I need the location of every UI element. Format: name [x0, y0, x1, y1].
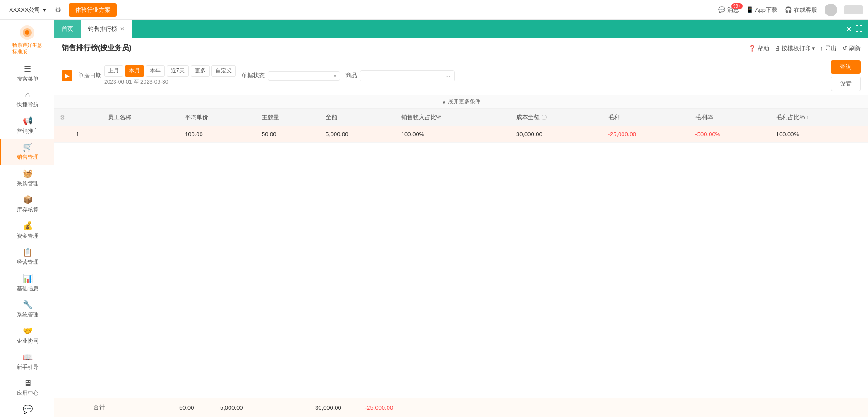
- sidebar-item-capital[interactable]: 💰 资金管理: [0, 217, 54, 244]
- sidebar-item-system[interactable]: 🔧 系统管理: [0, 296, 54, 322]
- goods-input[interactable]: [364, 72, 446, 79]
- date-filter-label: 单据日期: [78, 72, 101, 80]
- sidebar-label-search: 搜索菜单: [17, 75, 38, 83]
- col-amount: 全额: [320, 109, 396, 126]
- sidebar-label-appstore: 应用中心: [17, 389, 38, 397]
- sidebar: 畅康通好生意标准版 ☰ 搜索菜单 ⌂ 快捷导航 📢 营销推广 🛒 销售管理 🧺 …: [0, 20, 54, 417]
- sidebar-item-quick-nav[interactable]: ⌂ 快捷导航: [0, 86, 54, 112]
- col-gross-pct: 毛利占比% ↕: [771, 109, 868, 126]
- col-gross: 毛利: [603, 109, 690, 126]
- tab-sales-rank[interactable]: 销售排行榜 ✕: [81, 20, 132, 38]
- date-btn-prev-month[interactable]: 上月: [104, 65, 123, 77]
- date-btn-this-month[interactable]: 本月: [125, 65, 144, 77]
- basic-icon: 📊: [23, 273, 33, 283]
- sidebar-items: ☰ 搜索菜单 ⌂ 快捷导航 📢 营销推广 🛒 销售管理 🧺 采购管理 📦 库存核…: [0, 60, 54, 417]
- tab-home-label: 首页: [62, 25, 73, 33]
- row-gross: -25,000.00: [603, 126, 690, 143]
- row-amount: 5,000.00: [320, 126, 396, 143]
- search-icon: ☰: [24, 64, 31, 74]
- content-area: 首页 销售排行榜 ✕ ✕ ⛶ 销售排行榜(按业务员) ❓ 帮助: [54, 20, 868, 417]
- sidebar-item-purchase[interactable]: 🧺 采购管理: [0, 165, 54, 191]
- table-footer: 合计 50.00 5,000.00 30,000.00 -25,000.00: [54, 398, 868, 417]
- online-service-button[interactable]: 🎧 在线客服: [785, 6, 817, 14]
- sidebar-item-enterprise[interactable]: 🤝 企业协同: [0, 322, 54, 349]
- col-employee: 员工名称: [102, 109, 179, 126]
- row-gross-pct: 100.00%: [771, 126, 868, 143]
- cost-info-icon[interactable]: ⓘ: [542, 115, 547, 120]
- table-container: ⚙ 员工名称 平均单价 主数量 全额 销售收入占比% 成本全额 ⓘ 毛利 毛利率…: [54, 109, 868, 398]
- sidebar-item-sales[interactable]: 🛒 销售管理: [0, 139, 54, 165]
- goods-more-icon[interactable]: ···: [446, 72, 451, 79]
- main-layout: 畅康通好生意标准版 ☰ 搜索菜单 ⌂ 快捷导航 📢 营销推广 🛒 销售管理 🧺 …: [0, 20, 868, 417]
- sidebar-label-marketing: 营销推广: [17, 127, 38, 135]
- sidebar-item-marketing[interactable]: 📢 营销推广: [0, 112, 54, 139]
- logo-name: 畅康通好生意标准版: [12, 42, 42, 55]
- settings-button[interactable]: ⚙: [52, 4, 64, 16]
- col-qty: 主数量: [256, 109, 320, 126]
- query-button[interactable]: 查询: [831, 60, 861, 74]
- col-sales-pct: 销售收入占比%: [396, 109, 511, 126]
- logo-icon: [19, 24, 35, 41]
- headset-icon: 🎧: [785, 6, 792, 13]
- date-btn-this-year[interactable]: 本年: [146, 65, 165, 77]
- message-icon: 💬: [718, 6, 725, 13]
- footer-total-label: 合计: [88, 402, 133, 413]
- tab-close-window-icon[interactable]: ✕: [846, 25, 852, 34]
- print-dropdown-icon: ▾: [812, 45, 815, 52]
- avatar[interactable]: [825, 4, 837, 16]
- chevron-down-icon: ▾: [43, 6, 46, 13]
- trial-button[interactable]: 体验行业方案: [69, 3, 117, 17]
- company-selector[interactable]: XXXXX公司 ▾: [5, 4, 50, 16]
- sidebar-logo: 畅康通好生意标准版: [0, 20, 54, 60]
- sidebar-item-guide[interactable]: 📖 新手引导: [0, 349, 54, 375]
- sidebar-label-system: 系统管理: [17, 311, 38, 319]
- sidebar-label-purchase: 采购管理: [17, 180, 38, 187]
- gear-icon: ⚙: [55, 5, 61, 14]
- row-settings: [54, 126, 71, 143]
- table-row: 1 100.00 50.00 5,000.00 100.00% 30,000.0…: [54, 126, 868, 143]
- sidebar-item-wechat[interactable]: 💬 企业微信: [0, 401, 54, 417]
- filter-toggle-button[interactable]: ▶: [62, 70, 72, 81]
- app-download-button[interactable]: 📱 App下载: [746, 6, 777, 14]
- sidebar-item-basic[interactable]: 📊 基础信息: [0, 270, 54, 296]
- export-label: 导出: [825, 44, 837, 53]
- tab-sales-rank-label: 销售排行榜: [88, 25, 117, 33]
- refresh-button[interactable]: ↺ 刷新: [842, 44, 861, 53]
- top-bar: XXXXX公司 ▾ ⚙ 体验行业方案 💬 消息 99+ 📱 App下载 🎧 在线…: [0, 0, 868, 20]
- col-settings[interactable]: ⚙: [54, 109, 71, 126]
- print-icon: 🖨: [775, 45, 781, 52]
- print-label: 按模板打印: [782, 44, 811, 53]
- sidebar-item-appstore[interactable]: 🖥 应用中心: [0, 375, 54, 401]
- date-btn-custom[interactable]: 自定义: [211, 65, 236, 77]
- sidebar-label-guide: 新手引导: [17, 364, 38, 371]
- sidebar-item-inventory[interactable]: 📦 库存核算: [0, 191, 54, 217]
- expand-more-button[interactable]: ∨ 展开更多条件: [442, 98, 480, 105]
- gross-pct-sort-icon[interactable]: ↕: [806, 115, 809, 120]
- operation-icon: 📋: [23, 247, 33, 257]
- goods-filter-label: 商品: [345, 72, 357, 80]
- online-service-label: 在线客服: [794, 6, 817, 14]
- tab-home[interactable]: 首页: [54, 20, 81, 38]
- chevron-down-expand-icon: ∨: [442, 99, 446, 105]
- sidebar-item-operation[interactable]: 📋 经营管理: [0, 244, 54, 270]
- tab-expand-icon[interactable]: ⛶: [855, 25, 863, 33]
- set-button[interactable]: 设置: [831, 77, 861, 91]
- sidebar-label-operation: 经营管理: [17, 259, 38, 266]
- help-button[interactable]: ❓ 帮助: [748, 44, 769, 53]
- message-button[interactable]: 💬 消息 99+: [718, 6, 739, 14]
- page-header: 销售排行榜(按业务员) ❓ 帮助 🖨 按模板打印 ▾ ↑ 导出: [54, 38, 868, 57]
- tab-close-icon[interactable]: ✕: [120, 26, 125, 32]
- col-cost: 成本全额 ⓘ: [511, 109, 603, 126]
- date-btn-7days[interactable]: 近7天: [167, 65, 189, 77]
- expand-label: 展开更多条件: [448, 98, 480, 105]
- col-rank: [71, 109, 102, 126]
- status-select[interactable]: ▾: [268, 71, 340, 81]
- sidebar-label-sales: 销售管理: [17, 153, 38, 161]
- row-avg-price: 100.00: [179, 126, 256, 143]
- message-badge: 99+: [731, 3, 743, 9]
- print-button[interactable]: 🖨 按模板打印 ▾: [775, 44, 815, 53]
- export-button[interactable]: ↑ 导出: [820, 44, 837, 53]
- sidebar-item-search[interactable]: ☰ 搜索菜单: [0, 60, 54, 86]
- tab-actions: ✕ ⛶: [846, 25, 868, 34]
- date-btn-more[interactable]: 更多: [191, 65, 210, 77]
